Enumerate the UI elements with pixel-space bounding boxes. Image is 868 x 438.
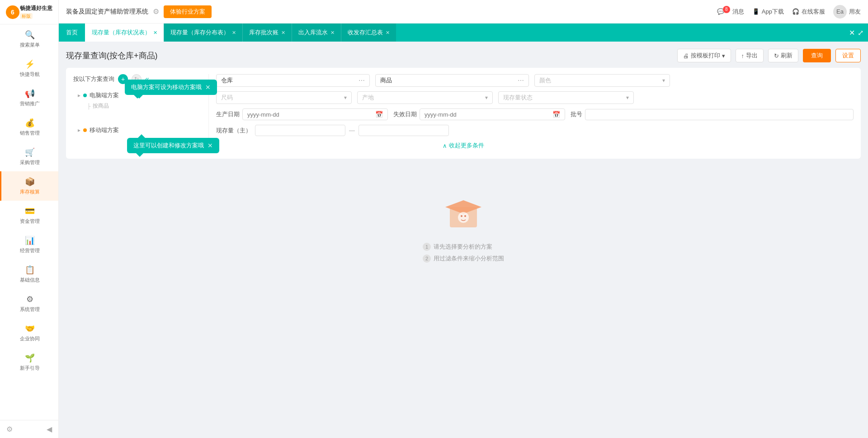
empty-tips: 1 请先选择要分析的方案 2 用过滤条件来缩小分析范围 [423, 241, 504, 264]
tab-inv-flow[interactable]: 出入库流水 ✕ [292, 24, 341, 42]
header-settings-icon[interactable]: ⚙ [153, 7, 159, 16]
print-button[interactable]: 🖨 按模板打印 ▾ [677, 49, 731, 62]
collapse-label: 收起更多条件 [449, 141, 484, 150]
tab-inv-batch[interactable]: 库存批次账 ✕ [242, 24, 292, 42]
warehouse-more-icon[interactable]: ⋯ [359, 77, 365, 84]
user-area[interactable]: Ea 用友 [833, 5, 861, 19]
support-action[interactable]: 🎧 在线客服 [792, 8, 825, 16]
svg-point-6 [464, 215, 466, 217]
tab-action-area: ✕ ⤢ [849, 28, 868, 37]
refresh-button[interactable]: ↻ 刷新 [768, 49, 798, 62]
mfg-date-input[interactable]: 📅 [242, 108, 388, 120]
tab-inv-dist[interactable]: 现存量（库存分布表） ✕ [164, 24, 242, 42]
sidebar-item-operation[interactable]: 📊 经营管理 [0, 230, 58, 259]
inv-status-select[interactable]: 现存量状态 ▾ [498, 91, 634, 104]
collapse-sidebar-icon[interactable]: ◀ [47, 425, 52, 433]
sidebar-item-system[interactable]: ⚙ 系统管理 [0, 289, 58, 318]
origin-arrow-icon: ▾ [485, 94, 488, 101]
tab-recv-summary[interactable]: 收发存汇总表 ✕ [341, 24, 396, 42]
filter-panel: 按以下方案查询 + ↻ « 电脑方案可设为移动方案哦 ✕ ▸ [66, 68, 861, 159]
sidebar-item-marketing[interactable]: 📢 营销推广 [0, 83, 58, 113]
export-icon: ↑ [741, 52, 745, 59]
tab-home[interactable]: 首页 [59, 24, 85, 42]
goods-field[interactable]: 商品 ⋯ [375, 74, 529, 87]
pc-scheme-child-label: 按商品 [93, 102, 109, 110]
size-select[interactable]: 尺码 ▾ [216, 91, 352, 104]
sidebar-item-search[interactable]: 🔍 搜索菜单 [0, 24, 58, 54]
header-right: 💬 8 消息 📱 App下载 🎧 在线客服 Ea 用友 [717, 5, 861, 19]
goods-more-icon[interactable]: ⋯ [518, 77, 524, 84]
tab-inv-dist-label: 现存量（库存分布表） [170, 28, 229, 37]
sidebar-item-finance[interactable]: 💳 资金管理 [0, 201, 58, 230]
exp-date-calendar-icon[interactable]: 📅 [552, 111, 560, 118]
warehouse-field[interactable]: 仓库 ⋯ [216, 74, 370, 87]
inv-qty-from-field[interactable] [260, 127, 340, 134]
basic-icon: 📋 [25, 265, 35, 275]
app-action[interactable]: 📱 App下载 [752, 8, 784, 16]
sidebar-label-quicknav: 快捷导航 [20, 71, 40, 78]
size-label: 尺码 [221, 94, 344, 102]
sidebar-item-basic[interactable]: 📋 基础信息 [0, 259, 58, 289]
scheme-pc-child[interactable]: ├ 按商品 [87, 101, 201, 111]
sidebar-item-sales[interactable]: 💰 销售管理 [0, 113, 58, 142]
mfg-date-calendar-icon[interactable]: 📅 [375, 111, 383, 118]
color-select[interactable]: 颜色 ▾ [534, 74, 670, 87]
tab-bar: 首页 现存量（库存状况表） ✕ 现存量（库存分布表） ✕ 库存批次账 ✕ 出入库… [59, 24, 868, 42]
tab-inv-status-close[interactable]: ✕ [153, 30, 157, 36]
message-badge: 8 [723, 6, 730, 13]
set-button[interactable]: 设置 [835, 49, 861, 62]
inv-status-label: 现存量状态 [503, 94, 626, 102]
inv-qty-to-field[interactable] [363, 127, 444, 134]
inv-qty-from-input[interactable] [255, 125, 345, 136]
sidebar-item-purchase[interactable]: 🛒 采购管理 [0, 142, 58, 171]
filter-row-3: 生产日期 📅 失效日期 📅 [216, 108, 854, 120]
sidebar-item-inventory[interactable]: 📦 库存核算 [0, 171, 58, 201]
sidebar-item-quicknav[interactable]: ⚡ 快捷导航 [0, 54, 58, 83]
page-action-bar: 🖨 按模板打印 ▾ ↑ 导出 ↻ 刷新 查询 设置 [677, 49, 861, 62]
export-button[interactable]: ↑ 导出 [736, 49, 764, 62]
tab-inv-batch-close[interactable]: ✕ [281, 30, 285, 36]
search-button[interactable]: 查询 [803, 49, 831, 62]
inv-qty-to-input[interactable] [359, 125, 449, 136]
batch-group: 批号 [571, 109, 854, 120]
tab-recv-summary-close[interactable]: ✕ [386, 30, 390, 36]
trial-button[interactable]: 体验行业方案 [164, 5, 212, 18]
empty-tip-1: 1 请先选择要分析的方案 [423, 241, 504, 253]
page-header: 现存量查询(按仓库+商品) 🖨 按模板打印 ▾ ↑ 导出 ↻ 刷新 查询 设置 [66, 49, 861, 62]
header-left: 装备及固定资产辅助管理系统 ⚙ 体验行业方案 [66, 5, 212, 18]
goods-label: 商品 [380, 76, 516, 85]
print-icon: 🖨 [683, 52, 689, 59]
message-action[interactable]: 💬 8 消息 [717, 8, 744, 16]
support-label: 在线客服 [802, 8, 825, 16]
expand-btn[interactable]: ⤢ [858, 28, 863, 37]
tab-inv-batch-label: 库存批次账 [249, 28, 278, 37]
color-label: 颜色 [539, 76, 662, 85]
sidebar-label-sales: 销售管理 [20, 130, 40, 137]
filter-row-4: 现存量（主） — [216, 125, 854, 136]
tooltip2-close[interactable]: ✕ [208, 142, 213, 149]
tab-inv-flow-close[interactable]: ✕ [330, 30, 335, 36]
batch-field[interactable] [590, 111, 849, 118]
sidebar-item-guide[interactable]: 🌱 新手引导 [0, 348, 58, 377]
print-arrow-icon: ▾ [722, 52, 725, 59]
sales-icon: 💰 [25, 118, 35, 128]
pc-dot [83, 94, 87, 97]
batch-label: 批号 [571, 110, 582, 118]
main-area: 装备及固定资产辅助管理系统 ⚙ 体验行业方案 💬 8 消息 📱 App下载 🎧 … [59, 0, 868, 438]
sidebar-label-basic: 基础信息 [20, 277, 40, 283]
mfg-date-field[interactable] [247, 111, 375, 118]
step1-text: 请先选择要分析的方案 [434, 241, 492, 253]
close-all-tabs-btn[interactable]: ✕ [849, 28, 855, 37]
tooltip1-close[interactable]: ✕ [205, 84, 211, 91]
tab-inv-dist-close[interactable]: ✕ [232, 30, 236, 36]
exp-date-field[interactable] [425, 111, 552, 118]
batch-input[interactable] [585, 109, 854, 120]
origin-select[interactable]: 产地 ▾ [357, 91, 493, 104]
pc-branch-arrow: ▸ [78, 92, 80, 99]
tab-inv-status[interactable]: 现存量（库存状况表） ✕ [85, 24, 164, 42]
exp-date-input[interactable]: 📅 [420, 108, 565, 120]
inv-qty-group: 现存量（主） — [216, 125, 449, 136]
sidebar-item-enterprise[interactable]: 🤝 企业协同 [0, 318, 58, 348]
settings-footer-icon[interactable]: ⚙ [6, 425, 13, 433]
guide-icon: 🌱 [25, 353, 35, 363]
